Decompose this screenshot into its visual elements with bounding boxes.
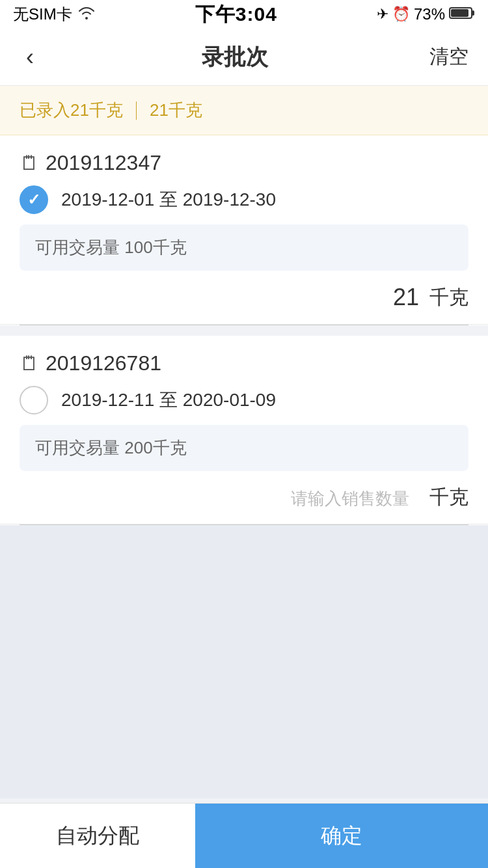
batch-card-1: 🗒 2019112347 2019-12-01 至 2019-12-30 可用交… <box>0 135 488 325</box>
auto-distribute-button[interactable]: 自动分配 <box>0 804 195 868</box>
batch-date-1: 2019-12-01 至 2019-12-30 <box>61 187 276 212</box>
radio-2[interactable] <box>20 386 48 414</box>
status-left: 无SIM卡 <box>13 4 96 25</box>
status-time: 下午3:04 <box>195 1 277 28</box>
summary-divider <box>136 102 137 120</box>
status-right: ✈ ⏰ 73% <box>377 5 475 23</box>
batch-id-icon-1: 🗒 <box>20 152 39 174</box>
svg-rect-1 <box>472 10 474 16</box>
page-title: 录批次 <box>202 42 268 72</box>
clear-button[interactable]: 清空 <box>429 44 468 70</box>
content: 🗒 2019112347 2019-12-01 至 2019-12-30 可用交… <box>0 135 488 798</box>
status-bar: 无SIM卡 下午3:04 ✈ ⏰ 73% <box>0 0 488 29</box>
svg-rect-2 <box>451 9 468 17</box>
batch-input-row-1: 21 千克 <box>0 271 488 325</box>
spacer-area <box>0 525 488 798</box>
battery-icon <box>449 5 475 23</box>
alarm-icon: ⏰ <box>392 6 410 23</box>
battery-label: 73% <box>414 5 445 23</box>
radio-1[interactable] <box>20 185 48 214</box>
input-underline-1 <box>20 325 468 325</box>
batch-qty-row-1: 可用交易量 100千克 <box>20 224 468 271</box>
location-icon: ✈ <box>377 6 388 23</box>
batch-card-2: 🗒 2019126781 2019-12-11 至 2020-01-09 可用交… <box>0 336 488 525</box>
summary-banner: 已录入21千克 21千克 <box>0 86 488 135</box>
batch-unit-1: 千克 <box>429 284 468 311</box>
batch-qty-text-1: 可用交易量 100千克 <box>35 237 187 257</box>
recorded-label: 已录入21千克 <box>20 99 123 122</box>
batch-qty-text-2: 可用交易量 200千克 <box>35 438 187 457</box>
wifi-icon <box>77 5 96 23</box>
bottom-bar: 自动分配 确定 <box>0 803 488 868</box>
batch-header-1: 🗒 2019112347 <box>0 135 488 180</box>
batch-id-icon-2: 🗒 <box>20 353 39 375</box>
back-button[interactable]: ‹ <box>20 37 40 77</box>
batch-quantity-input-2[interactable] <box>224 485 419 509</box>
batch-id-1: 2019112347 <box>46 151 161 175</box>
batch-id-2: 2019126781 <box>46 351 161 375</box>
confirm-button[interactable]: 确定 <box>195 804 488 868</box>
page-wrapper: 无SIM卡 下午3:04 ✈ ⏰ 73% <box>0 0 488 868</box>
nav-bar: ‹ 录批次 清空 <box>0 29 488 86</box>
batch-date-row-2: 2019-12-11 至 2020-01-09 <box>0 381 488 420</box>
carrier-label: 无SIM卡 <box>13 4 72 25</box>
batch-date-2: 2019-12-11 至 2020-01-09 <box>61 388 276 413</box>
batch-input-row-2: 千克 <box>0 471 488 524</box>
total-label: 21千克 <box>150 99 202 122</box>
batch-header-2: 🗒 2019126781 <box>0 336 488 381</box>
batch-input-value-1: 21 <box>393 284 419 311</box>
batch-qty-row-2: 可用交易量 200千克 <box>20 425 468 471</box>
batch-date-row-1: 2019-12-01 至 2019-12-30 <box>0 180 488 219</box>
batch-unit-2: 千克 <box>429 484 468 511</box>
